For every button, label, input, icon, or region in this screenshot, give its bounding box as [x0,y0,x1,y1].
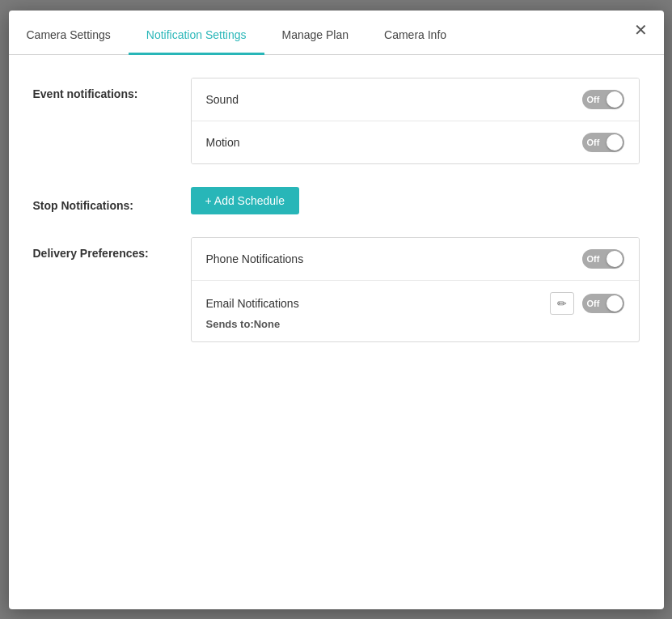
tab-bar: Camera Settings Notification Settings Ma… [9,17,664,55]
sound-toggle-knob [606,91,623,108]
email-notifications-label: Email Notifications [206,297,299,310]
phone-notifications-label: Phone Notifications [206,252,304,265]
event-notifications-label: Event notifications: [33,78,191,100]
motion-row: Motion Off [192,121,639,163]
sound-label: Sound [206,93,239,106]
email-actions: ✏ Off [550,292,624,315]
phone-toggle[interactable]: Off [582,249,624,269]
delivery-preferences-content: Phone Notifications Off Email Notificati… [191,237,640,342]
event-notifications-section: Event notifications: Sound Off Motion Of… [33,78,640,164]
sends-to-label: Sends to: [206,318,254,330]
email-toggle-text: Off [587,299,600,308]
delivery-preferences-label: Delivery Preferences: [33,237,191,260]
email-notifications-row: Email Notifications ✏ Off Sends to:None [192,280,639,341]
email-edit-button[interactable]: ✏ [550,292,574,315]
sends-to-value: None [254,318,281,330]
motion-label: Motion [206,136,240,149]
email-notifications-top: Email Notifications ✏ Off [206,292,624,315]
motion-toggle-text: Off [587,138,600,147]
delivery-preferences-section: Delivery Preferences: Phone Notification… [33,237,640,342]
tab-manage-plan[interactable]: Manage Plan [264,17,367,55]
email-toggle-knob [606,295,623,312]
sound-toggle[interactable]: Off [582,90,624,109]
email-sends-to: Sends to:None [206,318,624,330]
stop-notifications-label: Stop Notifications: [33,189,191,212]
motion-toggle[interactable]: Off [582,133,624,152]
tab-camera-settings[interactable]: Camera Settings [9,17,129,55]
add-schedule-button[interactable]: + Add Schedule [191,187,299,214]
motion-toggle-knob [606,134,623,151]
phone-toggle-knob [606,251,623,267]
email-toggle[interactable]: Off [582,294,624,313]
event-notifications-content: Sound Off Motion Off [191,78,640,164]
sound-row: Sound Off [192,78,639,121]
stop-notifications-content: + Add Schedule [191,187,299,214]
content-area: Event notifications: Sound Off Motion Of… [9,55,664,609]
tab-notification-settings[interactable]: Notification Settings [129,17,264,55]
phone-notifications-row: Phone Notifications Off [192,238,639,280]
phone-toggle-text: Off [587,254,600,264]
stop-notifications-section: Stop Notifications: + Add Schedule [33,187,640,214]
settings-modal: ✕ Camera Settings Notification Settings … [9,11,664,609]
close-button[interactable]: ✕ [629,19,653,41]
sound-toggle-text: Off [587,95,600,104]
tab-camera-info[interactable]: Camera Info [366,17,464,55]
